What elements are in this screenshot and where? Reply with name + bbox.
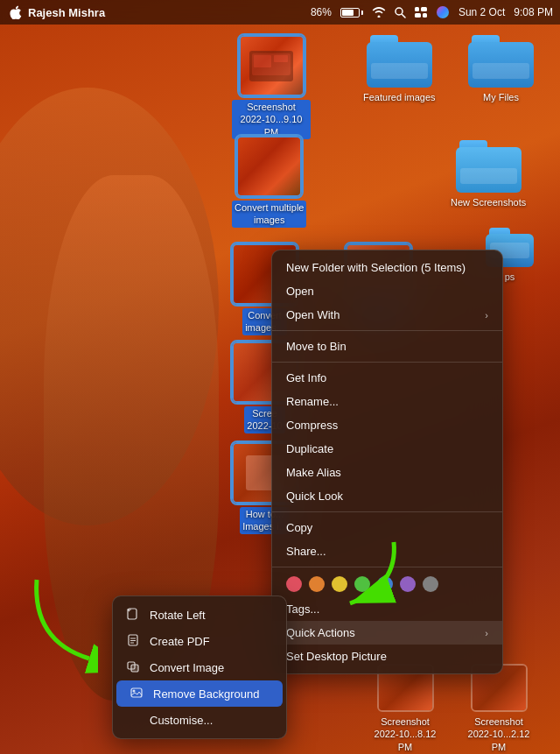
- screenshot-bottom2-label: Screenshot2022-10...2.12 PM: [459, 715, 538, 753]
- customise-icon: [127, 713, 141, 727]
- menubar: Rajesh Mishra 86%: [0, 0, 560, 25]
- new-screenshots-label: New Screenshots: [451, 196, 526, 208]
- ctx-separator1: [272, 330, 502, 331]
- ctx-duplicate[interactable]: Duplicate: [272, 437, 502, 461]
- ctx-make-alias[interactable]: Make Alias: [272, 461, 502, 484]
- desktop-item-my-files[interactable]: My Files: [468, 35, 534, 103]
- convert-multiple-label: Convert multipleimages: [232, 201, 306, 228]
- small-folder-label: ps: [505, 271, 515, 283]
- ctx-compress[interactable]: Compress: [272, 413, 502, 437]
- svg-point-6: [437, 6, 449, 18]
- convert-image-icon: [127, 660, 141, 674]
- desktop-item-screenshot1[interactable]: Screenshot2022-10...9.10 PM: [232, 35, 311, 139]
- ctx-quick-actions[interactable]: Quick Actions ›: [272, 621, 502, 645]
- my-files-folder-icon: [468, 35, 534, 88]
- ctx-separator2: [272, 362, 502, 363]
- featured-images-label: Featured images: [363, 91, 436, 103]
- svg-line-1: [402, 14, 405, 18]
- ctx-rename[interactable]: Rename...: [272, 390, 502, 413]
- screenshot1-label: Screenshot2022-10...9.10 PM: [232, 100, 311, 139]
- menubar-right: 86%: [311, 5, 553, 19]
- desktop: Rajesh Mishra 86%: [0, 0, 560, 754]
- ctx-new-folder[interactable]: New Folder with Selection (5 Items): [272, 256, 502, 279]
- ctx-open[interactable]: Open: [272, 279, 502, 303]
- ctx-separator3: [272, 511, 502, 512]
- apple-logo-icon[interactable]: [7, 4, 23, 20]
- sub-ctx-convert-image[interactable]: Convert Image: [113, 654, 286, 680]
- control-center-icon[interactable]: [415, 7, 427, 18]
- desktop-item-screenshot-bottom2[interactable]: Screenshot2022-10...2.12 PM: [459, 664, 538, 753]
- svg-rect-9: [254, 55, 271, 67]
- menubar-time: 9:08 PM: [514, 6, 553, 18]
- ctx-set-desktop[interactable]: Set Desktop Picture: [272, 645, 502, 668]
- arrow-left: [19, 571, 98, 680]
- screenshot1-thumbnail: [239, 35, 304, 96]
- sub-ctx-rotate-left[interactable]: Rotate Left: [113, 602, 286, 628]
- rotate-left-icon: [127, 608, 141, 622]
- desktop-item-featured-images[interactable]: Featured images: [363, 35, 436, 103]
- screenshot-bottom1-label: Screenshot2022-10...8.12 PM: [366, 715, 444, 753]
- ctx-open-with-arrow: ›: [485, 310, 488, 321]
- svg-rect-2: [415, 7, 419, 11]
- menubar-app-name: Rajesh Mishra: [28, 6, 105, 19]
- arrow-right: [324, 533, 411, 624]
- svg-point-0: [396, 8, 402, 15]
- sub-ctx-create-pdf[interactable]: Create PDF: [113, 628, 286, 654]
- my-files-label: My Files: [483, 91, 519, 103]
- ctx-quick-actions-arrow: ›: [485, 628, 488, 638]
- create-pdf-icon: [127, 634, 141, 648]
- ctx-quick-look[interactable]: Quick Look: [272, 484, 502, 508]
- wifi-icon: [372, 7, 386, 18]
- desktop-item-convert-multiple[interactable]: Convert multipleimages: [232, 136, 306, 228]
- sub-context-menu: Rotate Left Create PDF Convert Image: [112, 595, 287, 739]
- svg-rect-4: [415, 13, 421, 18]
- remove-background-icon: [130, 687, 144, 701]
- menubar-left: Rajesh Mishra: [7, 4, 105, 20]
- color-dot-red[interactable]: [286, 576, 302, 592]
- convert-multiple-thumbnail: [236, 136, 302, 197]
- ctx-get-info[interactable]: Get Info: [272, 366, 502, 390]
- siri-icon[interactable]: [436, 5, 450, 19]
- featured-images-folder-icon: [367, 35, 432, 88]
- battery-icon: [340, 8, 363, 18]
- ctx-move-to-bin[interactable]: Move to Bin: [272, 335, 502, 358]
- color-dot-gray[interactable]: [423, 576, 438, 592]
- svg-rect-3: [421, 7, 427, 11]
- color-dot-orange[interactable]: [309, 576, 325, 592]
- svg-rect-17: [131, 665, 138, 672]
- new-screenshots-folder-icon: [456, 140, 522, 193]
- svg-rect-5: [423, 13, 427, 18]
- sub-ctx-remove-background[interactable]: Remove Background: [116, 680, 283, 707]
- desktop-item-new-screenshots[interactable]: New Screenshots: [451, 140, 526, 208]
- sub-ctx-customise[interactable]: Customise...: [113, 707, 286, 733]
- svg-point-19: [133, 690, 136, 693]
- menubar-date: Sun 2 Oct: [458, 6, 505, 18]
- svg-rect-10: [274, 55, 288, 62]
- ctx-open-with[interactable]: Open With ›: [272, 303, 502, 327]
- search-icon[interactable]: [395, 7, 406, 18]
- desktop-item-screenshot-bottom1[interactable]: Screenshot2022-10...8.12 PM: [366, 664, 444, 753]
- menubar-battery-percent: 86%: [311, 6, 332, 18]
